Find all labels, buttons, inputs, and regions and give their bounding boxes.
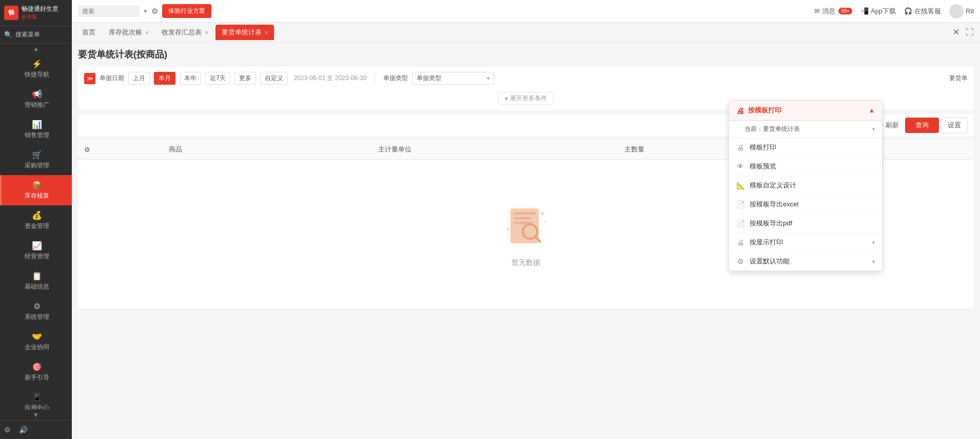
query-btn[interactable]: 查询 <box>905 118 939 133</box>
sidebar-item-label: 经营管理 <box>25 252 49 261</box>
sidebar-item-finance[interactable]: 💰 资金管理 <box>0 205 72 236</box>
tab-inventory-batch-label: 库存批次账 <box>109 28 142 37</box>
sidebar-item-label: 新手引导 <box>25 373 49 382</box>
sidebar-item-label: 采购管理 <box>25 161 49 170</box>
quick-nav-icon: ⚡ <box>32 59 42 69</box>
marketing-icon: 📢 <box>32 89 42 99</box>
dropdown-item-template-preview[interactable]: 👁 模板预览 <box>729 157 882 176</box>
date-filter-label: 单据日期 <box>100 74 124 83</box>
order-type-chevron-icon: ▾ <box>487 75 489 81</box>
dropdown-item-export-pdf[interactable]: 📄 按模板导出pdf <box>729 214 882 233</box>
tab-close-all-icon[interactable]: ✕ <box>951 26 962 38</box>
content-area: 要货单统计表(按商品) ≫ 单据日期 上月 本月 本年 近7天 更多 自定义 2… <box>72 42 980 439</box>
tab-order-summary-close-icon[interactable]: × <box>265 29 268 35</box>
svg-rect-2 <box>514 217 532 219</box>
order-category-label: 要货单 <box>949 74 968 83</box>
empty-illustration <box>500 201 552 252</box>
tab-receipt-summary[interactable]: 收发存汇总表 × <box>155 25 214 40</box>
online-service-label: 在线客服 <box>914 7 941 16</box>
sound-icon[interactable]: 🔊 <box>19 426 28 434</box>
tabbar: 首页 库存批次账 × 收发存汇总表 × 要货单统计表 × ✕ ⛶ <box>72 23 980 42</box>
date-btn-more[interactable]: 更多 <box>234 72 256 85</box>
avatar <box>949 4 964 18</box>
system-icon: ⚙ <box>33 301 41 311</box>
dropdown-current-template[interactable]: 当前：要货单统计表 ▾ <box>729 121 882 138</box>
sidebar-item-label: 库存核算 <box>25 192 49 200</box>
sidebar-item-label: 快捷导航 <box>25 70 49 79</box>
display-print-chevron-icon: ▾ <box>872 240 875 245</box>
sidebar-item-quick-nav[interactable]: ⚡ 快捷导航 <box>0 54 72 84</box>
refresh-label: 刷新 <box>886 121 899 130</box>
print-dropdown-icon: 🖨 <box>736 106 744 115</box>
tab-inventory-batch[interactable]: 库存批次账 × <box>103 25 154 40</box>
tab-order-summary[interactable]: 要货单统计表 × <box>215 25 274 40</box>
sidebar-item-basic[interactable]: 📋 基础信息 <box>0 266 72 296</box>
sidebar-item-label: 营销推广 <box>25 101 49 109</box>
sidebar-item-operations[interactable]: 📈 经营管理 <box>0 236 72 266</box>
message-label: 消息 <box>822 7 835 16</box>
tab-inventory-batch-close-icon[interactable]: × <box>145 29 148 35</box>
svg-point-7 <box>544 220 546 222</box>
settings-icon[interactable]: ⚙ <box>4 426 11 434</box>
dropdown-item-export-excel[interactable]: 📄 按模板导出excel <box>729 195 882 214</box>
trial-btn[interactable]: 体验行业方案 <box>162 4 211 18</box>
topbar-search-input[interactable] <box>78 6 140 17</box>
tab-home[interactable]: 首页 <box>76 25 102 40</box>
export-pdf-label: 按模板导出pdf <box>750 219 792 228</box>
app-download-btn[interactable]: 📲 App下载 <box>860 7 896 16</box>
sidebar-item-system[interactable]: ⚙ 系统管理 <box>0 296 72 327</box>
settings-btn[interactable]: 设置 <box>941 117 968 133</box>
enterprise-icon: 🤝 <box>32 332 42 341</box>
date-btn-this-month[interactable]: 本月 <box>154 72 175 85</box>
user-name: Rit <box>966 7 974 15</box>
main-area: ▾ ⚙ 体验行业方案 ✉ 消息 99+ 📲 App下载 🎧 在线客服 Rit <box>72 0 980 439</box>
scroll-down-btn[interactable]: ▼ <box>0 410 72 420</box>
app-version: 标准版 <box>22 13 58 21</box>
operations-icon: 📈 <box>32 241 42 251</box>
dropdown-item-display-print[interactable]: 🖨 按显示打印 ▾ <box>729 233 882 252</box>
sidebar-item-inventory[interactable]: 📦 库存核算 <box>0 175 72 205</box>
date-btn-last-month[interactable]: 上月 <box>128 72 150 85</box>
dropdown-item-template-print[interactable]: 🖨 模板打印 <box>729 138 882 157</box>
export-excel-icon: 📄 <box>736 200 744 208</box>
table-th-quantity: 主数量 <box>535 140 734 160</box>
sidebar-item-label: 销售管理 <box>25 131 49 140</box>
tab-receipt-summary-close-icon[interactable]: × <box>205 29 208 35</box>
sidebar-item-marketing[interactable]: 📢 营销推广 <box>0 84 72 114</box>
date-btn-custom[interactable]: 自定义 <box>260 72 288 85</box>
user-area[interactable]: Rit <box>949 4 974 18</box>
app-logo-icon: ⚡ 畅 <box>4 6 18 20</box>
date-btn-this-year[interactable]: 本年 <box>180 72 201 85</box>
sidebar-item-apps[interactable]: 📱 应用中心 <box>0 387 72 410</box>
basic-icon: 📋 <box>32 271 42 281</box>
headset-icon: 🎧 <box>904 7 912 15</box>
filter-divider <box>375 73 375 84</box>
online-service-btn[interactable]: 🎧 在线客服 <box>904 7 941 16</box>
set-default-label: 设置默认功能 <box>750 257 790 266</box>
message-btn[interactable]: ✉ 消息 99+ <box>814 7 852 16</box>
scroll-up-btn[interactable]: ▲ <box>0 44 72 54</box>
expand-conditions-btn[interactable]: ▾ 展开更多条件 <box>498 92 554 105</box>
order-type-select[interactable]: 单据类型 ▾ <box>412 72 494 85</box>
sidebar-item-purchase[interactable]: 🛒 采购管理 <box>0 145 72 175</box>
dropdown-item-set-default[interactable]: ⚙ 设置默认功能 ▾ <box>729 252 882 271</box>
sidebar-item-label: 资金管理 <box>25 222 49 231</box>
inventory-icon: 📦 <box>32 180 42 190</box>
template-print-label: 模板打印 <box>750 143 776 152</box>
topbar-search-chevron-icon[interactable]: ▾ <box>144 7 147 15</box>
sidebar-item-enterprise[interactable]: 🤝 企业协同 <box>0 327 72 357</box>
message-badge: 99+ <box>838 8 852 14</box>
date-btn-7days[interactable]: 近7天 <box>205 72 230 85</box>
sidebar-item-sales[interactable]: 📊 销售管理 <box>0 114 72 145</box>
toolbar-expand-btn[interactable]: ≫ <box>84 73 95 84</box>
tab-maximize-icon[interactable]: ⛶ <box>964 27 976 38</box>
dropdown-item-template-custom[interactable]: 📐 模板自定义设计 <box>729 176 882 195</box>
sidebar-item-guide[interactable]: 🎯 新手引导 <box>0 357 72 387</box>
app-download-label: App下载 <box>871 7 896 16</box>
topbar-gear-icon[interactable]: ⚙ <box>151 7 158 16</box>
dropdown-header[interactable]: 🖨 按模板打印 ▲ <box>729 101 882 121</box>
date-range-display: 2023-06-01 至 2023-06-30 <box>294 74 366 83</box>
sidebar-search[interactable]: 🔍 搜索菜单 <box>0 26 72 44</box>
table-th-gear[interactable]: ⚙ <box>78 140 96 160</box>
app-download-icon: 📲 <box>860 7 869 15</box>
